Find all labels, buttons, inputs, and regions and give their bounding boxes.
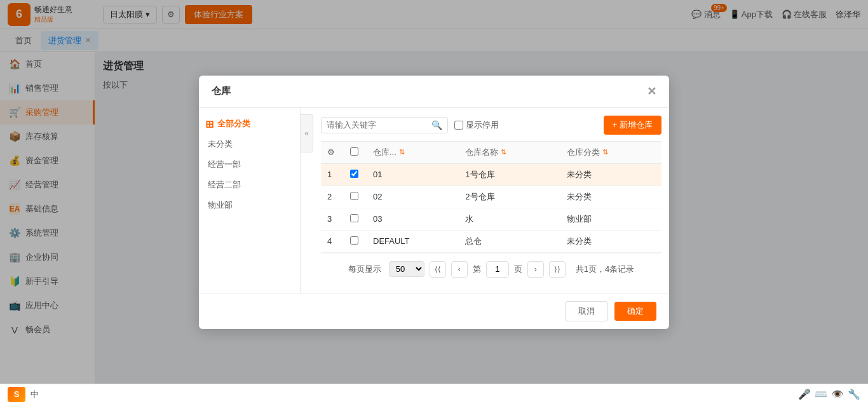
row-checkbox[interactable] [350, 192, 358, 200]
select-all-checkbox[interactable] [350, 147, 358, 156]
cell-category: 未分类 [560, 230, 661, 252]
category-item-ops1[interactable]: 经营一部 [199, 154, 300, 175]
table-area: 🔍 显示停用 + 新增仓库 ⚙ [313, 108, 669, 293]
tools-icon[interactable]: 🔧 [848, 388, 860, 400]
sort-code-icon: ⇅ [399, 148, 405, 156]
first-page-button[interactable]: ⟨⟨ [430, 261, 446, 278]
cell-code: 01 [367, 163, 459, 185]
table-toolbar: 🔍 显示停用 + 新增仓库 [321, 116, 661, 135]
next-page-button[interactable]: › [527, 261, 544, 278]
modal-footer: 取消 确定 [199, 293, 669, 329]
table-row[interactable]: 2 02 2号仓库 未分类 [321, 185, 661, 208]
last-page-button[interactable]: ⟩⟩ [549, 261, 566, 278]
cell-name: 2号仓库 [459, 185, 560, 208]
keyboard-icon[interactable]: ⌨️ [815, 388, 827, 400]
row-checkbox[interactable] [350, 236, 358, 245]
cell-name: 总仓 [459, 230, 560, 252]
cell-checkbox [344, 185, 367, 208]
s-logo: S [8, 387, 25, 402]
search-icon: 🔍 [431, 120, 442, 130]
table-row[interactable]: 3 03 水 物业部 [321, 208, 661, 230]
show-disabled-checkbox[interactable]: 显示停用 [454, 119, 499, 131]
col-category: 仓库分类 ⇅ [560, 141, 661, 163]
cell-checkbox [344, 230, 367, 252]
col-settings: ⚙ [321, 141, 344, 163]
modal-title: 仓库 [212, 85, 231, 97]
col-code: 仓库... ⇅ [367, 141, 459, 163]
bottom-bar: S 中 🎤 ⌨️ 👁️ 🔧 [0, 384, 868, 404]
cell-category: 物业部 [560, 208, 661, 230]
table-row[interactable]: 1 01 1号仓库 未分类 [321, 163, 661, 185]
modal-close-button[interactable]: ✕ [647, 84, 656, 98]
bottom-left: S 中 [8, 387, 39, 402]
cell-num: 3 [321, 208, 344, 230]
col-name: 仓库名称 ⇅ [459, 141, 560, 163]
row-checkbox[interactable] [350, 214, 358, 222]
cell-code: 02 [367, 185, 459, 208]
table-row[interactable]: 4 DEFAULT 总仓 未分类 [321, 230, 661, 252]
table-header-row: ⚙ 仓库... ⇅ 仓库名称 ⇅ [321, 141, 661, 163]
cell-checkbox [344, 163, 367, 185]
collapse-sidebar-button[interactable]: « [301, 114, 313, 152]
cell-code: DEFAULT [367, 230, 459, 252]
modal-header: 仓库 ✕ [199, 76, 669, 108]
cell-num: 2 [321, 185, 344, 208]
warehouse-modal: 仓库 ✕ ⊞ 全部分类 未分类 经营一部 经营二部 物业部 « [199, 76, 669, 329]
mic-icon[interactable]: 🎤 [798, 388, 811, 400]
search-input[interactable] [327, 120, 428, 130]
category-item-property[interactable]: 物业部 [199, 195, 300, 215]
category-sidebar: ⊞ 全部分类 未分类 经营一部 经营二部 物业部 [199, 108, 301, 293]
cell-name: 水 [459, 208, 560, 230]
warehouse-table: ⚙ 仓库... ⇅ 仓库名称 ⇅ [321, 141, 661, 253]
cell-checkbox [344, 208, 367, 230]
bottom-zh-label: 中 [31, 389, 39, 400]
category-item-uncategorized[interactable]: 未分类 [199, 134, 300, 154]
cell-code: 03 [367, 208, 459, 230]
eye-icon[interactable]: 👁️ [831, 388, 844, 400]
bottom-right: 🎤 ⌨️ 👁️ 🔧 [798, 388, 860, 400]
cell-num: 4 [321, 230, 344, 252]
pagination: 每页显示 50 100 200 ⟨⟨ ‹ 第 页 › ⟩⟩ 共1页，4条记录 [321, 253, 661, 285]
all-categories[interactable]: ⊞ 全部分类 [199, 114, 300, 134]
modal-overlay: 仓库 ✕ ⊞ 全部分类 未分类 经营一部 经营二部 物业部 « [0, 0, 868, 404]
cell-num: 1 [321, 163, 344, 185]
category-item-ops2[interactable]: 经营二部 [199, 175, 300, 195]
cell-name: 1号仓库 [459, 163, 560, 185]
cell-category: 未分类 [560, 163, 661, 185]
page-number-input[interactable] [486, 261, 509, 278]
table-body: 1 01 1号仓库 未分类 2 02 2号仓库 未分类 3 03 水 物业部 4… [321, 163, 661, 252]
add-warehouse-button[interactable]: + 新增仓库 [604, 116, 661, 135]
per-page-select[interactable]: 50 100 200 [389, 261, 424, 277]
sort-category-icon: ⇅ [602, 148, 608, 156]
grid-icon: ⊞ [205, 118, 214, 130]
modal-body: ⊞ 全部分类 未分类 经营一部 经营二部 物业部 « 🔍 [199, 108, 669, 293]
prev-page-button[interactable]: ‹ [451, 261, 468, 278]
col-checkbox [344, 141, 367, 163]
confirm-button[interactable]: 确定 [614, 302, 656, 321]
search-box: 🔍 [321, 117, 448, 133]
cell-category: 未分类 [560, 185, 661, 208]
sort-name-icon: ⇅ [501, 148, 506, 156]
total-records: 共1页，4条记录 [576, 264, 634, 275]
row-checkbox[interactable] [350, 170, 358, 178]
cancel-button[interactable]: 取消 [565, 301, 608, 321]
